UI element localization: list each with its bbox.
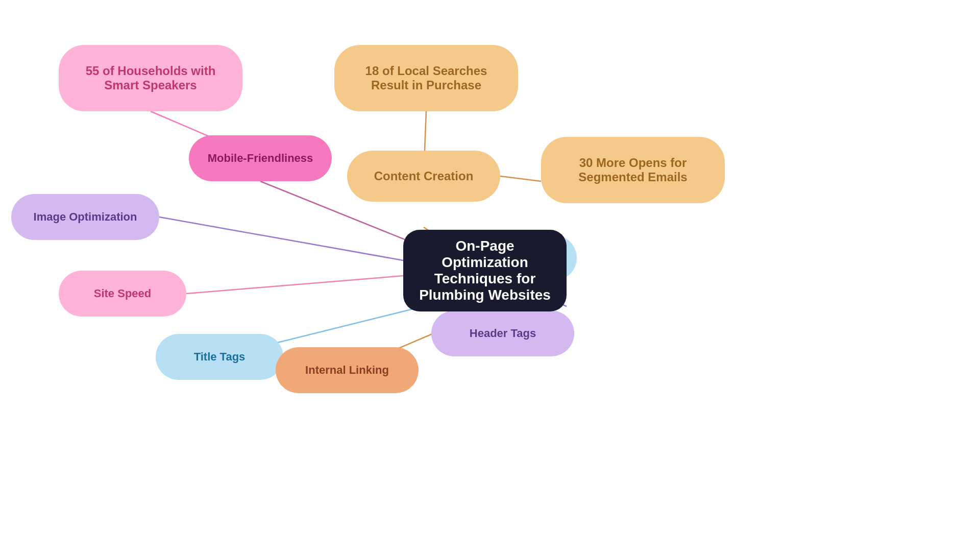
center-label: On-Page Optimization Techniques for Plum…	[418, 238, 552, 303]
internal-linking-label: Internal Linking	[305, 364, 389, 377]
segmented-emails-node: 30 More Opens for Segmented Emails	[541, 137, 725, 203]
internal-linking-node: Internal Linking	[276, 347, 419, 393]
content-creation-label: Content Creation	[374, 169, 474, 183]
mobile-friendliness-label: Mobile-Friendliness	[208, 152, 313, 165]
content-creation-node: Content Creation	[347, 151, 500, 202]
header-tags-label: Header Tags	[470, 327, 536, 340]
smart-speakers-label: 55 of Households with Smart Speakers	[73, 64, 228, 92]
header-tags-node: Header Tags	[431, 310, 574, 356]
title-tags-node: Title Tags	[156, 334, 283, 380]
center-node: On-Page Optimization Techniques for Plum…	[403, 230, 567, 311]
title-tags-label: Title Tags	[194, 350, 246, 364]
svg-line-2	[159, 217, 403, 260]
segmented-emails-label: 30 More Opens for Segmented Emails	[555, 156, 710, 184]
image-optimization-label: Image Optimization	[34, 210, 137, 224]
image-optimization-node: Image Optimization	[11, 194, 159, 240]
site-speed-node: Site Speed	[59, 271, 186, 317]
site-speed-label: Site Speed	[94, 287, 151, 300]
local-searches-node: 18 of Local Searches Result in Purchase	[334, 45, 518, 111]
local-searches-label: 18 of Local Searches Result in Purchase	[349, 64, 504, 92]
svg-line-6	[500, 176, 541, 181]
mobile-friendliness-node: Mobile-Friendliness	[189, 135, 332, 181]
svg-line-3	[186, 276, 403, 294]
smart-speakers-node: 55 of Households with Smart Speakers	[59, 45, 242, 111]
